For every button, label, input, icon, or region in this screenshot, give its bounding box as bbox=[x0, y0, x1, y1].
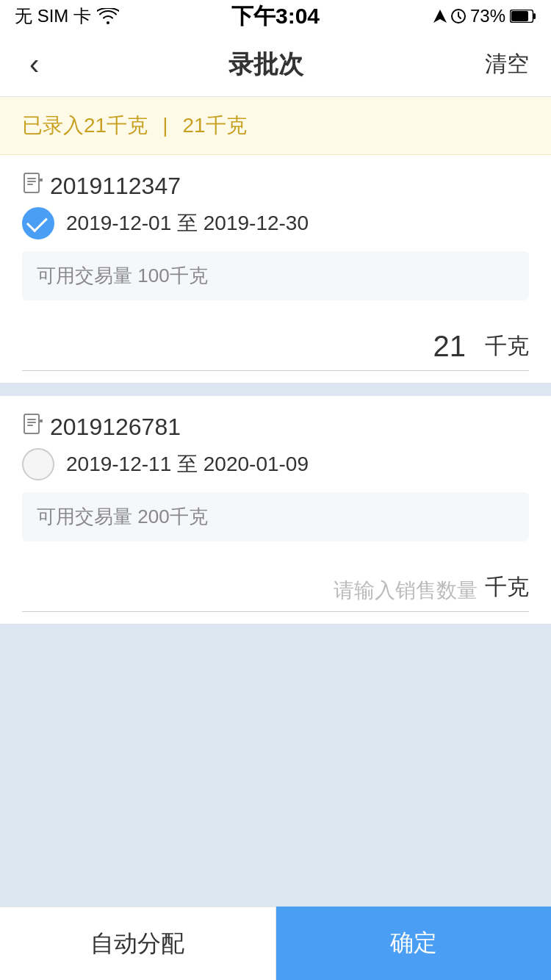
confirm-button[interactable]: 确定 bbox=[276, 907, 552, 980]
batch-card-2: 2019126781 2019-12-11 至 2020-01-09 可用交易量… bbox=[0, 396, 551, 624]
batch-date-1: 2019-12-01 至 2019-12-30 bbox=[66, 209, 309, 237]
batch-date-2: 2019-12-11 至 2020-01-09 bbox=[66, 450, 309, 478]
battery-icon bbox=[510, 10, 536, 23]
auto-distribute-button[interactable]: 自动分配 bbox=[0, 907, 276, 980]
status-bar: 无 SIM 卡 下午3:04 73% bbox=[0, 0, 551, 32]
radio-2[interactable] bbox=[22, 448, 54, 480]
section-separator-2 bbox=[0, 624, 551, 637]
svg-rect-10 bbox=[27, 419, 36, 420]
status-bar-right: 73% bbox=[433, 6, 536, 26]
amount-unit-2: 千克 bbox=[485, 572, 529, 602]
sales-quantity-input[interactable] bbox=[22, 571, 478, 604]
wifi-icon bbox=[97, 8, 119, 24]
svg-rect-12 bbox=[27, 425, 33, 426]
svg-rect-3 bbox=[511, 11, 528, 21]
batch-icon-1 bbox=[22, 173, 44, 200]
total-label: 21千克 bbox=[182, 112, 246, 140]
amount-underline-1 bbox=[22, 370, 529, 371]
svg-rect-13 bbox=[40, 419, 43, 422]
svg-rect-8 bbox=[40, 179, 43, 181]
back-button[interactable]: ‹ bbox=[22, 40, 46, 88]
svg-rect-4 bbox=[24, 173, 39, 192]
batch-avail-1: 可用交易量 100千克 bbox=[22, 251, 529, 300]
svg-rect-9 bbox=[24, 414, 39, 433]
svg-rect-7 bbox=[27, 184, 33, 185]
batch-id-2: 2019126781 bbox=[50, 414, 181, 441]
carrier-text: 无 SIM 卡 bbox=[15, 4, 91, 28]
nav-bar: ‹ 录批次 清空 bbox=[0, 32, 551, 97]
batch-id-1: 2019112347 bbox=[50, 173, 181, 200]
batch-icon-2 bbox=[22, 414, 44, 441]
status-bar-time: 下午3:04 bbox=[231, 1, 320, 32]
clock-icon bbox=[451, 9, 466, 24]
bottom-bar: 自动分配 确定 bbox=[0, 907, 551, 980]
amount-underline-2 bbox=[22, 611, 529, 612]
page-title: 录批次 bbox=[228, 48, 303, 82]
svg-rect-2 bbox=[533, 13, 536, 19]
section-separator-1 bbox=[0, 383, 551, 396]
summary-banner: 已录入21千克 | 21千克 bbox=[0, 97, 551, 155]
summary-divider: | bbox=[162, 114, 168, 137]
amount-section-2: 千克 bbox=[0, 553, 551, 612]
svg-rect-6 bbox=[27, 181, 36, 182]
location-icon bbox=[433, 10, 447, 23]
amount-section-1: 21 千克 bbox=[0, 312, 551, 371]
recorded-label: 已录入21千克 bbox=[22, 112, 148, 140]
status-bar-left: 无 SIM 卡 bbox=[15, 4, 119, 28]
batch-card-1: 2019112347 2019-12-01 至 2019-12-30 可用交易量… bbox=[0, 155, 551, 383]
batch-avail-2: 可用交易量 200千克 bbox=[22, 492, 529, 541]
clear-button[interactable]: 清空 bbox=[485, 49, 529, 79]
amount-value-1: 21 bbox=[433, 330, 467, 363]
radio-1[interactable] bbox=[22, 207, 54, 239]
amount-unit-1: 千克 bbox=[485, 331, 529, 361]
svg-rect-11 bbox=[27, 422, 36, 423]
battery-percent: 73% bbox=[470, 6, 505, 26]
svg-rect-5 bbox=[27, 178, 36, 179]
